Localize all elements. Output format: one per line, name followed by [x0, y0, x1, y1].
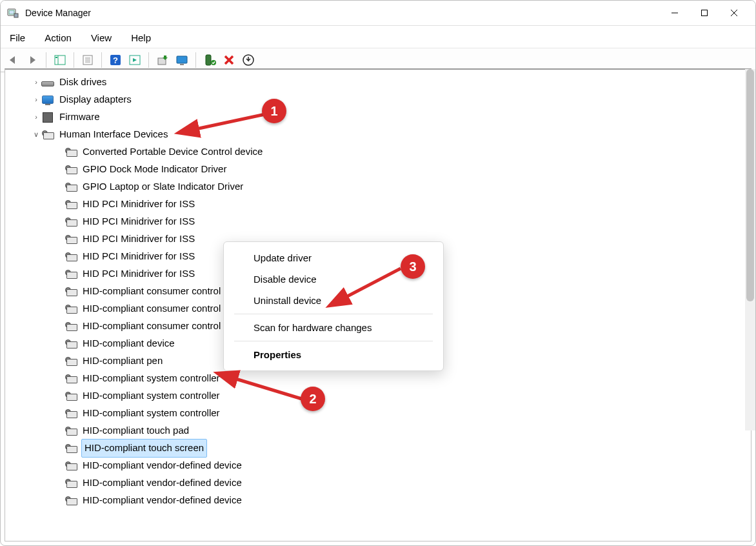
tree-item-label: GPIO Dock Mode Indicator Driver	[81, 161, 228, 177]
tree-item-label: HID PCI Minidriver for ISS	[81, 196, 196, 212]
tree-item[interactable]: HID-compliant system controller	[5, 370, 751, 387]
tree-item-label: HID-compliant vendor-defined device	[81, 492, 243, 509]
hid-device-icon	[65, 252, 77, 261]
tree-item[interactable]: GPIO Dock Mode Indicator Driver	[5, 161, 751, 178]
hid-device-icon	[65, 409, 77, 418]
hid-device-icon	[65, 165, 77, 174]
chevron-right-icon[interactable]: ›	[31, 111, 41, 123]
hid-device-icon	[65, 200, 77, 209]
menu-help[interactable]: Help	[127, 31, 155, 45]
tree-item-label: HID-compliant vendor-defined device	[81, 457, 243, 474]
svg-rect-19	[177, 56, 187, 63]
menu-action[interactable]: Action	[41, 31, 75, 45]
tree-item-label: HID-compliant device	[81, 335, 176, 352]
maximize-button[interactable]	[690, 3, 719, 23]
annotation-arrow-2	[226, 374, 310, 406]
svg-rect-21	[206, 55, 211, 65]
tree-category[interactable]: ›Disk drives	[5, 74, 751, 91]
forward-arrow-icon[interactable]	[24, 52, 41, 68]
scrollbar-thumb[interactable]	[746, 69, 754, 301]
svg-rect-2	[14, 14, 18, 17]
tree-item[interactable]: HID PCI Minidriver for ISS	[5, 196, 751, 213]
tree-item[interactable]: GPIO Laptop or Slate Indicator Driver	[5, 178, 751, 196]
window-title: Device Manager	[25, 8, 660, 18]
tree-item[interactable]: HID-compliant vendor-defined device	[5, 457, 751, 474]
close-button[interactable]	[719, 3, 749, 23]
hid-device-icon	[65, 235, 77, 244]
device-manager-window: Device Manager File Action View Help ? ›…	[0, 0, 756, 546]
chevron-down-icon[interactable]: ∨	[31, 128, 41, 141]
uninstall-device-icon[interactable]	[240, 52, 257, 68]
scan-hardware-icon[interactable]	[174, 52, 190, 68]
hid-device-icon	[65, 183, 77, 192]
hid-device-icon	[65, 461, 77, 470]
svg-rect-20	[180, 64, 184, 65]
svg-marker-17	[133, 58, 137, 62]
tree-item[interactable]: HID-compliant system controller	[5, 387, 751, 405]
tree-item[interactable]: HID PCI Minidriver for ISS	[5, 213, 751, 230]
annotation-arrow-1	[188, 109, 272, 135]
tree-item[interactable]: HID-compliant touch screen	[5, 440, 751, 457]
tree-category[interactable]: ›Display adapters	[5, 91, 751, 108]
back-arrow-icon[interactable]	[5, 52, 21, 68]
tree-item[interactable]: HID-compliant vendor-defined device	[5, 492, 751, 509]
hid-device-icon	[65, 444, 77, 453]
hid-device-icon	[65, 287, 77, 296]
menu-separator	[234, 314, 433, 314]
menubar: File Action View Help	[1, 26, 755, 48]
titlebar: Device Manager	[1, 1, 755, 26]
context-menu-scan[interactable]: Scan for hardware changes	[224, 317, 443, 338]
svg-line-24	[193, 114, 265, 130]
hid-device-icon	[65, 339, 77, 349]
tree-item[interactable]: HID-compliant touch pad	[5, 422, 751, 440]
hid-device-icon	[65, 374, 77, 383]
hid-device-icon	[65, 357, 77, 366]
chevron-right-icon[interactable]: ›	[31, 94, 41, 106]
disable-device-icon[interactable]	[221, 52, 237, 68]
tree-item-label: HID-compliant touch screen	[81, 439, 207, 457]
tree-category-label: Human Interface Devices	[58, 126, 169, 143]
context-menu-uninstall[interactable]: Uninstall device	[224, 290, 443, 311]
svg-rect-9	[55, 57, 57, 58]
tree-category-label: Display adapters	[58, 91, 133, 108]
show-hide-console-tree-icon[interactable]	[52, 52, 68, 68]
vertical-scrollbar[interactable]	[745, 69, 755, 430]
action-icon[interactable]	[126, 52, 143, 68]
tree-item-label: HID PCI Minidriver for ISS	[81, 230, 196, 247]
properties-icon[interactable]	[79, 52, 96, 68]
tree-category[interactable]: ›Firmware	[5, 108, 751, 126]
svg-rect-4	[702, 10, 708, 16]
tree-category[interactable]: ∨Human Interface Devices	[5, 126, 751, 143]
tree-item[interactable]: Converted Portable Device Control device	[5, 143, 751, 161]
tree-category-label: Disk drives	[58, 74, 108, 90]
annotation-arrow-3	[336, 265, 407, 304]
tree-item-label: HID-compliant vendor-defined device	[81, 474, 243, 491]
menu-separator	[234, 341, 433, 341]
help-icon[interactable]: ?	[107, 52, 124, 68]
tree-item-label: HID-compliant touch pad	[81, 422, 190, 439]
chevron-right-icon[interactable]: ›	[31, 76, 41, 88]
tree-item-label: HID PCI Minidriver for ISS	[81, 213, 196, 230]
tree-item-label: HID-compliant system controller	[81, 370, 221, 387]
tree-item[interactable]: HID-compliant system controller	[5, 405, 751, 422]
tree-item-label: GPIO Laptop or Slate Indicator Driver	[81, 178, 244, 195]
annotation-badge-1: 1	[262, 99, 286, 123]
minimize-button[interactable]	[660, 3, 690, 23]
hid-device-icon	[65, 496, 77, 505]
disk-icon	[41, 80, 54, 85]
hid-device-icon	[65, 322, 77, 331]
update-driver-icon[interactable]	[154, 52, 171, 68]
hid-icon	[41, 130, 54, 139]
annotation-badge-3: 3	[401, 254, 425, 279]
menu-view[interactable]: View	[87, 31, 115, 45]
app-icon	[7, 7, 19, 19]
chip-icon	[41, 112, 54, 123]
context-menu-props[interactable]: Properties	[224, 344, 443, 365]
menu-file[interactable]: File	[6, 31, 29, 45]
tree-item[interactable]: HID-compliant vendor-defined device	[5, 474, 751, 492]
svg-text:?: ?	[113, 56, 118, 65]
annotation-badge-2: 2	[301, 387, 325, 411]
enable-device-icon[interactable]	[201, 52, 218, 68]
svg-rect-1	[9, 10, 14, 14]
hid-device-icon	[65, 479, 77, 488]
